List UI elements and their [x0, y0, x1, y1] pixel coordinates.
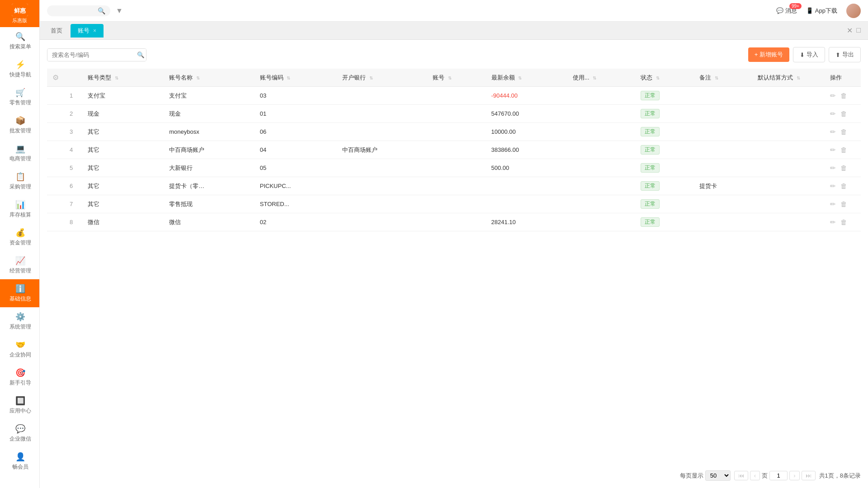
row-name-0: 支付宝 — [164, 87, 255, 105]
col-usage[interactable]: 使用... ⇅ — [567, 69, 635, 87]
sidebar-item-search-menu[interactable]: 🔍 搜索菜单 — [0, 27, 39, 55]
delete-button-3[interactable]: 🗑 — [840, 146, 847, 154]
delete-button-5[interactable]: 🗑 — [840, 182, 847, 190]
sidebar-item-operations[interactable]: 📈 经营管理 — [0, 251, 39, 279]
toolbar-action-buttons: + 新增账号 ⬇ 导入 ⬆ 导出 — [748, 47, 861, 62]
import-icon: ⬇ — [800, 52, 805, 58]
delete-button-2[interactable]: 🗑 — [840, 128, 847, 136]
sort-code-icon: ⇅ — [287, 75, 290, 80]
col-balance[interactable]: 最新余额 ⇅ — [486, 69, 567, 87]
tab-account[interactable]: 账号 × — [71, 24, 104, 38]
sidebar-item-finance[interactable]: 💰 资金管理 — [0, 223, 39, 251]
app-logo: 鲜惠 乐惠版 — [0, 0, 39, 27]
sidebar-item-quick-nav[interactable]: ⚡ 快捷导航 — [0, 55, 39, 83]
sidebar-item-corp-agreement[interactable]: 🤝 企业协同 — [0, 335, 39, 363]
svg-text:鲜惠: 鲜惠 — [14, 7, 26, 14]
first-page-button[interactable]: ⏮ — [734, 471, 748, 480]
sidebar-item-inventory[interactable]: 📊 库存核算 — [0, 195, 39, 223]
search-menu-icon: 🔍 — [15, 32, 25, 42]
topbar-app-button[interactable]: 📱 App下载 — [806, 7, 837, 15]
sidebar-item-wholesale[interactable]: 📦 批发管理 — [0, 111, 39, 139]
delete-button-7[interactable]: 🗑 — [840, 218, 847, 226]
edit-button-0[interactable]: ✏ — [830, 92, 836, 100]
col-remark[interactable]: 备注 ⇅ — [694, 69, 752, 87]
topbar-app-label: App下载 — [815, 7, 837, 15]
tab-account-close[interactable]: × — [93, 28, 96, 34]
table-row: 5 其它 大新银行 05 500.00 正常 ✏ 🗑 — [47, 159, 861, 177]
prev-page-button[interactable]: ‹ — [750, 471, 760, 480]
tab-home[interactable]: 首页 — [43, 24, 70, 38]
row-remark-7 — [694, 213, 752, 231]
sort-remark-icon: ⇅ — [715, 75, 718, 80]
edit-button-1[interactable]: ✏ — [830, 110, 836, 118]
row-settings-1 — [47, 105, 64, 123]
corp-wechat-icon: 💬 — [15, 424, 25, 434]
col-default-settle[interactable]: 默认结算方式 ⇅ — [752, 69, 825, 87]
row-balance-1: 547670.00 — [486, 105, 567, 123]
topbar-dropdown-icon[interactable]: ▼ — [116, 7, 123, 15]
sidebar-item-purchase[interactable]: 📋 采购管理 — [0, 167, 39, 195]
sidebar-item-label: 电商管理 — [9, 155, 31, 163]
edit-button-7[interactable]: ✏ — [830, 218, 836, 226]
sidebar-item-ecommerce[interactable]: 💻 电商管理 — [0, 139, 39, 167]
new-guide-icon: 🎯 — [15, 368, 25, 378]
topbar-msg-button[interactable]: 💬 消息 99+ — [776, 7, 797, 15]
sidebar-item-new-guide[interactable]: 🎯 新手引导 — [0, 363, 39, 391]
app-icon: 📱 — [806, 7, 813, 14]
add-account-button[interactable]: + 新增账号 — [748, 47, 789, 62]
per-page-label: 每页显示 — [680, 472, 703, 480]
retail-icon: 🛒 — [15, 88, 25, 98]
sidebar-item-system[interactable]: ⚙️ 系统管理 — [0, 307, 39, 335]
import-button[interactable]: ⬇ 导入 — [793, 47, 825, 62]
page-content: 🔍 + 新增账号 ⬇ 导入 ⬆ 导出 ⚙ — [40, 40, 868, 488]
content-toolbar: 🔍 + 新增账号 ⬇ 导入 ⬆ 导出 — [47, 47, 861, 62]
edit-button-3[interactable]: ✏ — [830, 146, 836, 154]
row-account-1 — [427, 105, 486, 123]
edit-button-5[interactable]: ✏ — [830, 182, 836, 190]
col-name[interactable]: 账号名称 ⇅ — [164, 69, 255, 87]
tab-close-all-button[interactable]: ✕ — [847, 26, 853, 35]
quick-nav-icon: ⚡ — [15, 60, 25, 70]
col-settings[interactable]: ⚙ — [47, 69, 64, 87]
sidebar-item-app-center[interactable]: 🔲 应用中心 — [0, 391, 39, 419]
row-type-6: 其它 — [82, 195, 164, 213]
col-bank[interactable]: 开户银行 ⇅ — [337, 69, 428, 87]
delete-button-0[interactable]: 🗑 — [840, 92, 847, 99]
sidebar-item-label: 库存核算 — [9, 211, 31, 219]
per-page-select[interactable]: 50 100 200 — [705, 470, 731, 481]
table-gear-icon[interactable]: ⚙ — [52, 74, 59, 81]
edit-button-4[interactable]: ✏ — [830, 164, 836, 172]
row-default-settle-4 — [752, 159, 825, 177]
delete-button-1[interactable]: 🗑 — [840, 110, 847, 117]
sidebar-item-member[interactable]: 👤 畅会员 — [0, 447, 39, 475]
tabbar-controls: ✕ □ — [847, 26, 861, 35]
tab-account-label: 账号 — [78, 27, 90, 35]
col-type[interactable]: 账号类型 ⇅ — [82, 69, 164, 87]
edit-button-2[interactable]: ✏ — [830, 128, 836, 136]
delete-button-4[interactable]: 🗑 — [840, 164, 847, 172]
account-search-button[interactable]: 🔍 — [132, 49, 146, 61]
sidebar-item-basic-info[interactable]: ℹ️ 基础信息 — [0, 279, 39, 307]
delete-button-6[interactable]: 🗑 — [840, 200, 847, 208]
col-account[interactable]: 账号 ⇅ — [427, 69, 486, 87]
sidebar-item-label: 企业协同 — [9, 351, 31, 359]
account-search-box[interactable]: 🔍 — [47, 48, 146, 61]
account-search-input[interactable] — [47, 49, 132, 61]
next-page-button[interactable]: › — [789, 471, 799, 480]
edit-button-6[interactable]: ✏ — [830, 200, 836, 208]
user-avatar[interactable] — [846, 4, 861, 18]
last-page-button[interactable]: ⏭ — [802, 471, 816, 480]
col-code[interactable]: 账号编码 ⇅ — [255, 69, 337, 87]
col-status[interactable]: 状态 ⇅ — [635, 69, 694, 87]
row-code-4: 05 — [255, 159, 337, 177]
topbar-search-input[interactable] — [52, 8, 98, 14]
page-number-input[interactable] — [769, 471, 788, 480]
tab-maximize-button[interactable]: □ — [856, 26, 861, 35]
sidebar-item-corp-wechat[interactable]: 💬 企业微信 — [0, 419, 39, 447]
topbar-search-box[interactable]: 🔍 — [47, 5, 110, 16]
export-button[interactable]: ⬆ 导出 — [829, 47, 861, 62]
page-size-selector[interactable]: 每页显示 50 100 200 — [680, 470, 731, 481]
row-name-1: 现金 — [164, 105, 255, 123]
ecommerce-icon: 💻 — [15, 144, 25, 154]
sidebar-item-retail[interactable]: 🛒 零售管理 — [0, 83, 39, 111]
